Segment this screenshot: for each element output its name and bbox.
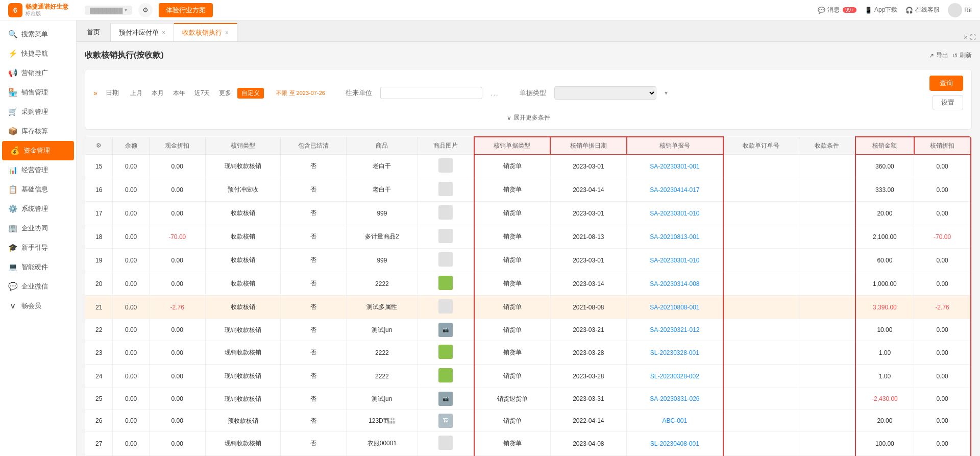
logo-subtitle: 标准版 [26,11,68,17]
cell-bill-report-no[interactable]: SA-20230331-026 [627,388,723,410]
filter-bar: » 日期 上月 本月 本年 近7天 更多 自定义 不限 至 2023-07-26… [85,69,972,130]
filter-toggle[interactable]: » [93,89,97,97]
partner-input[interactable] [380,87,482,99]
cell-receipt-order-no [723,341,799,365]
sidebar-item-management[interactable]: 📊 经营管理 [0,160,76,180]
cell-product-image [418,272,474,296]
cell-bill-report-type: 销货退货单 [474,388,550,410]
filter-settings-button[interactable]: 设置 [933,95,963,110]
sidebar-label-system: 系统管理 [21,204,48,213]
date-btn-this-month[interactable]: 本月 [149,88,167,99]
sidebar-item-quicknav[interactable]: ⚡ 快捷导航 [0,44,76,63]
sidebar-item-wechat[interactable]: 💬 企业微信 [0,277,76,296]
cell-balance: 0.00 [113,155,150,178]
sidebar-item-inventory[interactable]: 📦 库存核算 [0,122,76,141]
cell-receipt-order-no [723,178,799,202]
sidebar-item-finance[interactable]: 💰 资金管理 [2,141,74,160]
table-row: 230.000.00现销收款核销否2222销货单2023-03-28SL-202… [85,341,971,365]
app-download[interactable]: 📱 App下载 [865,6,897,14]
sidebar-item-basic[interactable]: 📋 基础信息 [0,180,76,199]
cell-receipt-condition [799,225,855,249]
cell-bill-report-no[interactable]: SL-20230328-001 [627,341,723,365]
sidebar-item-hardware[interactable]: 💻 智能硬件 [0,257,76,277]
col-bill-report-no: 核销单报号 [627,137,723,155]
cell-balance: 0.00 [113,249,150,272]
cell-bill-report-no[interactable]: ABC-001 [627,410,723,432]
cell-balance: 0.00 [113,296,150,319]
date-btn-last-month[interactable]: 上月 [127,88,145,99]
expand-chevron: ∨ [507,114,511,122]
expand-conditions[interactable]: ∨ 展开更多条件 [93,110,963,123]
cell-include-settled: 否 [281,225,347,249]
cell-include-settled: 否 [281,155,347,178]
table-row: 180.00-70.00收款核销否多计量商品2销货单2021-08-13SA-2… [85,225,971,249]
sidebar-item-system[interactable]: ⚙️ 系统管理 [0,199,76,219]
tab-prepay[interactable]: 预付冲应付单 × [111,23,174,41]
col-include-settled: 包含已结清 [281,137,347,155]
cell-receipt-order-no [723,225,799,249]
export-button[interactable]: ↗ 导出 [929,51,948,60]
sidebar-item-search[interactable]: 🔍 搜索菜单 [0,25,76,44]
cell-bill-report-no[interactable]: SA-20230301-010 [627,249,723,272]
col-settings[interactable]: ⚙ [85,137,113,155]
cell-bill-report-no[interactable]: SA-20230314-008 [627,272,723,296]
cell-product-image [418,249,474,272]
sidebar-item-vip[interactable]: V 畅会员 [0,296,76,316]
tab-receipt-close[interactable]: × [225,23,229,42]
cell-cash-discount: 0.00 [149,410,205,432]
cell-cancel-type: 收款核销 [205,272,281,296]
cell-product-image: 📷 [418,319,474,341]
date-btn-7days[interactable]: 近7天 [191,88,213,99]
cell-bill-report-no[interactable]: SA-20230301-010 [627,202,723,225]
cell-product: 衣服00001 [347,432,418,455]
sidebar-item-purchase[interactable]: 🛒 采购管理 [0,102,76,122]
filter-dots: ... [491,89,499,97]
cell-bill-report-no[interactable]: SA-20230414-017 [627,178,723,202]
online-service[interactable]: 🎧 在线客服 [905,6,940,14]
cell-bill-report-type: 销货单 [474,249,550,272]
col-balance: 余额 [113,137,150,155]
user-info[interactable]: Rit [948,3,972,17]
main-layout: 🔍 搜索菜单 ⚡ 快捷导航 📢 营销推广 🏪 销售管理 🛒 采购管理 📦 库存核… [0,20,980,456]
cell-bill-report-no[interactable]: SL-20230328-002 [627,365,723,388]
avatar [948,3,962,17]
cell-bill-report-type: 销货单 [474,341,550,365]
cell-bill-report-type: 销货单 [474,272,550,296]
cell-bill-report-no[interactable]: SA-20230321-012 [627,319,723,341]
sidebar-item-marketing[interactable]: 📢 营销推广 [0,63,76,83]
tab-controls: × ⛶ [960,33,980,41]
sidebar-item-sales[interactable]: 🏪 销售管理 [0,83,76,102]
cell-cancel-discount: 0.00 [914,410,971,432]
message-icon[interactable]: 💬 消息 99+ [818,6,856,14]
industry-button[interactable]: 体验行业方案 [159,3,213,17]
cell-bill-report-no[interactable]: SA-20210808-001 [627,296,723,319]
cell-cancel-discount: 0.00 [914,272,971,296]
cell-bill-report-no[interactable]: SA-20210813-001 [627,225,723,249]
cell-cancel-discount: 0.00 [914,155,971,178]
tab-prepay-close[interactable]: × [162,23,165,42]
cell-bill-report-no[interactable]: SL-20230408-001 [627,432,723,455]
cell-rownum: 19 [85,249,113,272]
cell-bill-report-no[interactable]: SA-20230301-001 [627,155,723,178]
cell-bill-report-date: 2021-08-13 [550,225,626,249]
tab-home[interactable]: 首页 [77,23,111,41]
date-btn-this-year[interactable]: 本年 [170,88,188,99]
sidebar-label-guide: 新手引导 [21,243,48,252]
tab-fullscreen[interactable]: ⛶ [970,34,976,41]
company-selector[interactable]: ▓▓▓▓▓▓▓▓ ▾ [85,6,132,15]
tab-close-all[interactable]: × [964,33,968,41]
table-row: 160.000.00预付冲应收否老白干销货单2023-04-14SA-20230… [85,178,971,202]
tab-receipt-exec[interactable]: 收款核销执行 × [174,23,237,41]
bill-type-select[interactable] [554,86,656,100]
quicknav-icon: ⚡ [8,49,17,58]
settings-icon[interactable]: ⚙ [138,3,153,17]
date-custom[interactable]: 自定义 [237,88,264,99]
refresh-button[interactable]: ↺ 刷新 [952,51,972,60]
sidebar: 🔍 搜索菜单 ⚡ 快捷导航 📢 营销推广 🏪 销售管理 🛒 采购管理 📦 库存核… [0,20,77,456]
sidebar-item-guide[interactable]: 🎓 新手引导 [0,238,76,257]
sidebar-item-enterprise[interactable]: 🏢 企业协同 [0,219,76,238]
query-button[interactable]: 查询 [929,76,963,91]
bill-type-dropdown-icon: ▾ [665,89,668,97]
cell-receipt-order-no [723,296,799,319]
date-btn-more[interactable]: 更多 [216,88,234,99]
